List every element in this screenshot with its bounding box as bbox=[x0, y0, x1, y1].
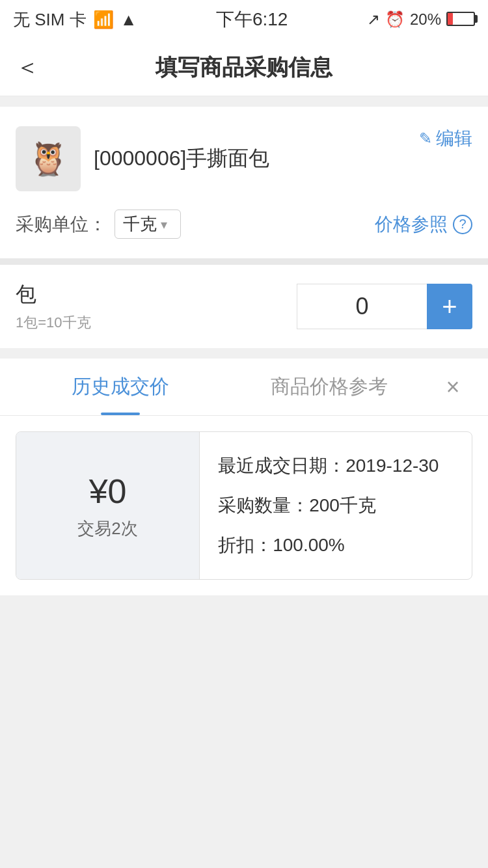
unit-select[interactable]: 千克 ▾ bbox=[115, 210, 181, 239]
trade-card-left: ¥0 交易2次 bbox=[16, 432, 200, 579]
product-top-row: 🦉 [0000006]手撕面包 ✎ 编辑 bbox=[16, 126, 472, 191]
edit-button[interactable]: ✎ 编辑 bbox=[419, 126, 472, 151]
tab-history-price[interactable]: 历史成交价 bbox=[16, 359, 224, 415]
quantity-unit-main: 包 bbox=[16, 280, 91, 309]
discount-label: 折扣： bbox=[218, 535, 273, 555]
help-icon: ? bbox=[453, 215, 472, 234]
wifi-icon: 📶 bbox=[93, 10, 114, 30]
price-ref-button[interactable]: 价格参照 ? bbox=[375, 212, 472, 237]
status-right: ↗ ⏰ 20% bbox=[367, 10, 475, 29]
trade-card: ¥0 交易2次 最近成交日期：2019-12-30 采购数量：200千克 折扣：… bbox=[16, 431, 472, 580]
quantity-input[interactable]: 0 bbox=[297, 284, 427, 329]
date-label: 最近成交日期： bbox=[218, 455, 346, 476]
status-time: 下午6:12 bbox=[216, 7, 288, 32]
quantity-row: 包 1包=10千克 0 + bbox=[0, 265, 488, 348]
panel-close-button[interactable]: × bbox=[433, 373, 472, 401]
quantity-label: 包 1包=10千克 bbox=[16, 280, 91, 332]
edit-icon: ✎ bbox=[419, 129, 432, 148]
tab-history-label: 历史成交价 bbox=[72, 373, 169, 400]
status-left: 无 SIM 卡 📶 ▲ bbox=[13, 8, 137, 31]
trade-price: ¥0 bbox=[89, 472, 127, 511]
trade-date-row: 最近成交日期：2019-12-30 bbox=[218, 452, 454, 481]
tab-reference-label: 商品价格参考 bbox=[271, 373, 388, 400]
product-card: 🦉 [0000006]手撕面包 ✎ 编辑 采购单位： 千克 ▾ 价格参照 ? bbox=[0, 107, 488, 258]
dropdown-arrow-icon: ▾ bbox=[161, 217, 167, 232]
trade-discount-row: 折扣：100.00% bbox=[218, 531, 454, 560]
bottom-space bbox=[0, 595, 488, 868]
edit-label: 编辑 bbox=[436, 126, 472, 151]
price-ref-label: 价格参照 bbox=[375, 212, 448, 237]
product-image: 🦉 bbox=[16, 126, 81, 191]
price-panel: 历史成交价 商品价格参考 × ¥0 交易2次 最近成交日期：2019-12-30… bbox=[0, 359, 488, 595]
trade-card-wrapper: ¥0 交易2次 最近成交日期：2019-12-30 采购数量：200千克 折扣：… bbox=[0, 416, 488, 595]
panel-tabs: 历史成交价 商品价格参考 × bbox=[0, 359, 488, 416]
wifi-signal-icon: ▲ bbox=[120, 10, 137, 30]
back-button[interactable]: ＜ bbox=[16, 51, 39, 83]
tab-price-reference[interactable]: 商品价格参考 bbox=[224, 359, 433, 415]
product-name: [0000006]手撕面包 bbox=[94, 144, 269, 173]
carrier-text: 无 SIM 卡 bbox=[13, 8, 87, 31]
quantity-unit-sub: 1包=10千克 bbox=[16, 313, 91, 332]
trade-card-right: 最近成交日期：2019-12-30 采购数量：200千克 折扣：100.00% bbox=[200, 432, 472, 579]
section-divider bbox=[0, 258, 488, 265]
header: ＜ 填写商品采购信息 bbox=[0, 39, 488, 96]
product-left: 🦉 [0000006]手撕面包 bbox=[16, 126, 269, 191]
product-thumbnail-icon: 🦉 bbox=[28, 140, 68, 178]
unit-value: 千克 bbox=[123, 213, 157, 236]
location-icon: ↗ bbox=[367, 10, 380, 29]
trade-qty-row: 采购数量：200千克 bbox=[218, 491, 454, 521]
product-bottom-row: 采购单位： 千克 ▾ 价格参照 ? bbox=[16, 204, 472, 239]
unit-label: 采购单位： bbox=[16, 212, 107, 237]
alarm-icon: ⏰ bbox=[385, 10, 405, 29]
battery-percent: 20% bbox=[410, 10, 441, 29]
date-value: 2019-12-30 bbox=[346, 455, 439, 476]
discount-value: 100.00% bbox=[273, 535, 345, 555]
quantity-control: 0 + bbox=[297, 284, 472, 329]
page-title: 填写商品采购信息 bbox=[156, 53, 332, 83]
status-bar: 无 SIM 卡 📶 ▲ 下午6:12 ↗ ⏰ 20% bbox=[0, 0, 488, 39]
battery-icon bbox=[446, 10, 475, 29]
trade-count: 交易2次 bbox=[77, 517, 137, 540]
qty-value: 200千克 bbox=[309, 495, 376, 515]
unit-row: 采购单位： 千克 ▾ bbox=[16, 210, 181, 239]
qty-label: 采购数量： bbox=[218, 495, 309, 515]
quantity-plus-button[interactable]: + bbox=[427, 284, 472, 329]
